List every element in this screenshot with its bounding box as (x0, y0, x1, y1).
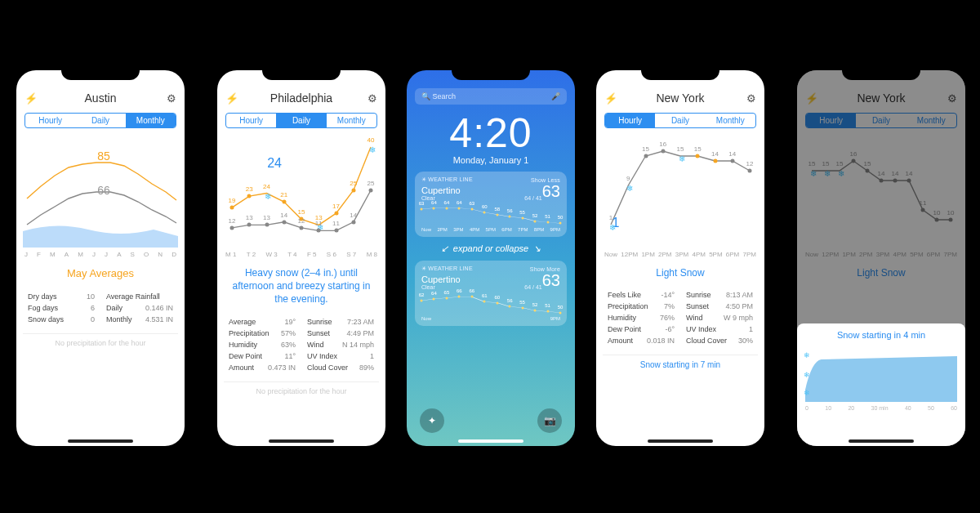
phone-newyork-sheet: ⚡ New York ⚙ Hourly Daily Monthly ❄15❄15… (792, 65, 970, 451)
clock-date: Monday, January 1 (407, 155, 575, 165)
spotlight-search[interactable]: 🔍 Search 🎤 (415, 88, 567, 105)
footer-note: No precipitation for the hour (23, 333, 178, 347)
city-title: New York (656, 91, 704, 105)
x-axis: JFMAMJJASOND (24, 251, 176, 258)
tab-daily[interactable]: Daily (856, 114, 906, 127)
location: Cupertino (421, 185, 560, 195)
today-temp: 24 (267, 156, 282, 171)
footer-note: No precipitation for the hour (224, 381, 379, 395)
tab-monthly[interactable]: Monthly (906, 114, 956, 127)
city-title: Philadelphia (270, 91, 332, 105)
snowflake-icon: ❄ (804, 371, 810, 379)
annotation: expand or collapse (407, 243, 575, 254)
city-title: New York (857, 91, 905, 105)
snowflake-icon: ❄ (804, 389, 810, 397)
tab-daily[interactable]: Daily (655, 114, 705, 127)
widget-chart: 636464646360585655525150 (421, 206, 560, 225)
show-more-link[interactable]: Show More (530, 266, 560, 272)
hourly-chart[interactable]: 1 ❄1❄91516❄1515141412 (603, 133, 758, 248)
current-temp: 63 (542, 182, 560, 201)
notch (452, 65, 530, 80)
bolt-icon[interactable]: ⚡ (805, 92, 818, 105)
x-axis: Now12PM1PM2PM3PM4PM5PM6PM7PM (604, 251, 756, 258)
city-title: Austin (85, 91, 117, 105)
segmented-control[interactable]: Hourly Daily Monthly (24, 113, 176, 128)
tab-monthly[interactable]: Monthly (126, 114, 176, 127)
hi-label: 85 (97, 149, 110, 163)
notch (262, 65, 341, 80)
hourly-chart[interactable]: ❄15❄15❄151615141414111010 (804, 133, 959, 248)
segmented-control[interactable]: Hourly Daily Monthly (604, 113, 756, 128)
x-axis: M 1T 2W 3T 4F 5S 6S 7M 8 (225, 251, 377, 258)
mic-icon[interactable]: 🎤 (551, 92, 560, 100)
headline: Heavy snow (2–4 in.) until afternoon and… (217, 258, 385, 311)
precipitation-sheet[interactable]: Snow starting in 4 min ❄ ❄ ❄ 0102030 min… (797, 323, 965, 446)
camera-button[interactable]: 📷 (537, 408, 562, 433)
phone-newyork: ⚡ New York ⚙ Hourly Daily Monthly 1 ❄1❄9… (591, 65, 769, 451)
home-indicator[interactable] (269, 439, 334, 443)
stats-grid: Feels Like-14°Precipitation7%Humidity76%… (608, 289, 753, 346)
notch (641, 65, 719, 80)
gear-icon[interactable]: ⚙ (947, 92, 957, 105)
gear-icon[interactable]: ⚙ (746, 92, 756, 105)
location: Cupertino (421, 274, 560, 284)
gear-icon[interactable]: ⚙ (167, 92, 176, 105)
current-temp: 63 (542, 271, 560, 290)
phone-lockscreen: 🔍 Search 🎤 4:20 Monday, January 1 ☀︎ WEA… (402, 65, 580, 451)
snowflake-icon: ❄ (804, 351, 810, 359)
tab-monthly[interactable]: Monthly (327, 114, 376, 127)
sheet-title: Snow starting in 4 min (805, 330, 957, 340)
tab-hourly[interactable]: Hourly (226, 114, 276, 127)
tab-hourly[interactable]: Hourly (806, 114, 856, 127)
precipitation-chart: ❄ ❄ ❄ (805, 345, 957, 402)
weather-widget-collapsed[interactable]: ☀︎ WEATHER LINEShow More 63 Cupertino Cl… (415, 261, 567, 326)
widget-chart: 626465666661605655525150 (421, 295, 560, 314)
home-indicator[interactable] (458, 439, 523, 443)
bolt-icon[interactable]: ⚡ (604, 92, 617, 105)
daily-chart[interactable]: 24 1923❄242115❄131725❄401213131412111114… (224, 133, 379, 248)
stats-grid: Dry days10Fog days6Snow days0Average Rai… (28, 291, 173, 325)
footer-link[interactable]: Snow starting in 7 min (603, 355, 758, 369)
home-indicator[interactable] (849, 439, 914, 443)
lo-label: 66 (97, 184, 110, 197)
tab-daily[interactable]: Daily (276, 114, 326, 127)
flashlight-button[interactable]: ✦ (420, 408, 444, 433)
tab-daily[interactable]: Daily (75, 114, 125, 127)
phone-philadelphia: ⚡ Philadelphia ⚙ Hourly Daily Monthly 24… (212, 65, 390, 451)
gear-icon[interactable]: ⚙ (368, 92, 377, 105)
bolt-icon[interactable]: ⚡ (225, 92, 238, 105)
stats-grid: Average19°Precipitation57%Humidity63%Dew… (229, 316, 374, 373)
show-less-link[interactable]: Show Less (531, 177, 560, 183)
tab-monthly[interactable]: Monthly (706, 114, 755, 127)
bolt-icon[interactable]: ⚡ (24, 92, 38, 105)
segmented-control[interactable]: Hourly Daily Monthly (805, 113, 957, 128)
clock-time: 4:20 (407, 109, 575, 157)
home-indicator[interactable] (68, 439, 133, 443)
monthly-chart[interactable]: 85 66 (23, 133, 178, 248)
tab-hourly[interactable]: Hourly (25, 114, 75, 127)
search-icon: 🔍 (421, 92, 430, 100)
phone-austin: ⚡ Austin ⚙ Hourly Daily Monthly 85 66 JF… (11, 65, 189, 451)
headline: May Averages (16, 258, 185, 286)
notch (842, 65, 920, 80)
x-axis: Now12PM1PM2PM3PM4PM5PM6PM7PM (805, 251, 957, 258)
tab-hourly[interactable]: Hourly (605, 114, 655, 127)
headline: Light Snow (797, 258, 965, 284)
weather-widget-expanded[interactable]: ☀︎ WEATHER LINEShow Less 63 Cupertino Cl… (415, 172, 567, 237)
home-indicator[interactable] (648, 439, 713, 443)
headline: Light Snow (596, 258, 764, 284)
segmented-control[interactable]: Hourly Daily Monthly (225, 113, 377, 128)
notch (61, 65, 140, 80)
